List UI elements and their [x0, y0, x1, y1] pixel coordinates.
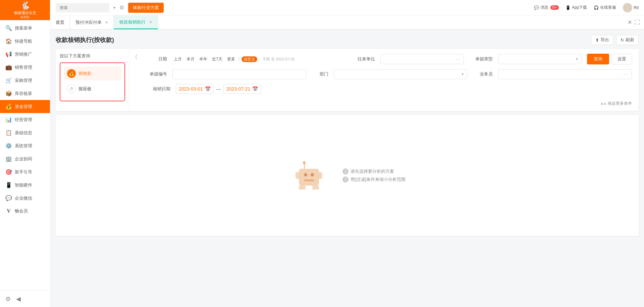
- app-logo: 🐇 畅捷通好生意 标准版: [0, 0, 50, 20]
- filter-row-3: 核销日期 2023-03-01 📅 — 2023-07-21 📅: [147, 84, 632, 94]
- user-area[interactable]: Rit: [623, 3, 639, 12]
- app-download-btn[interactable]: 📱 App下载: [566, 5, 587, 10]
- calendar-end-icon: 📅: [252, 86, 258, 92]
- sidebar-item-label: 销售管理: [15, 64, 32, 70]
- date-btn-7days[interactable]: 近7天: [211, 56, 224, 63]
- basic-info-icon: 📋: [5, 130, 12, 136]
- settings-icon[interactable]: ⚙: [5, 295, 11, 303]
- sidebar-item-vip[interactable]: V 畅会员: [0, 205, 50, 217]
- department-input-wrap: ▾: [334, 69, 468, 79]
- collapse-more-btn[interactable]: ∧∧ 收起更多条件: [147, 99, 632, 106]
- topbar-chevron-icon[interactable]: ▾: [113, 5, 115, 10]
- wechat-icon: 💬: [5, 195, 12, 201]
- sidebar-item-label: 基础信息: [15, 130, 32, 136]
- main-content: ▾ ⚙ 体验行业方案 💬 消息 99+ 📱 App下载 🎧 在线客服 Rit: [50, 0, 644, 307]
- filter-by-receipt[interactable]: 💰 按收款: [64, 66, 121, 81]
- date-btn-this-month[interactable]: 本月: [185, 56, 196, 63]
- tabs-spacer: [158, 15, 624, 29]
- bill-no-input[interactable]: [172, 69, 306, 79]
- vip-icon: V: [5, 208, 12, 214]
- refresh-label: 刷新: [626, 37, 634, 43]
- export-icon: ⬆: [595, 38, 599, 43]
- app-download-label: App下载: [572, 5, 587, 10]
- sidebar-item-label: 资金管理: [15, 104, 32, 110]
- verify-date-end[interactable]: 2023-07-21 📅: [223, 84, 261, 94]
- purchase-icon: 🛒: [5, 77, 12, 84]
- counterparty-label: 往来单位: [352, 56, 375, 62]
- sidebar-item-sys-mgmt[interactable]: ⚙️ 系统管理: [0, 139, 50, 152]
- date-custom-badge[interactable]: 自定义: [241, 56, 257, 62]
- sidebar-item-label: 畅会员: [15, 208, 28, 214]
- tab-receipt-offset[interactable]: 收款核销执行 ✕: [114, 15, 158, 29]
- online-service-icon: 🎧: [594, 5, 599, 10]
- topbar-gear-icon[interactable]: ⚙: [119, 4, 124, 11]
- date-btn-last-month[interactable]: 上月: [172, 56, 183, 63]
- department-select[interactable]: ▾: [334, 69, 468, 79]
- sidebar-item-purchase[interactable]: 🛒 采购管理: [0, 74, 50, 87]
- sidebar-item-guide[interactable]: 🎯 新手引导: [0, 165, 50, 178]
- by-receivable-icon: ⏱: [67, 85, 76, 93]
- verify-date-start[interactable]: 2023-03-01 📅: [176, 84, 214, 94]
- tab-close-all-icon[interactable]: ✕: [628, 19, 632, 25]
- topbar-right: 💬 消息 99+ 📱 App下载 🎧 在线客服 Rit: [534, 3, 639, 12]
- tab-actions: ✕ ⛶: [624, 15, 644, 29]
- refresh-btn[interactable]: ↻ 刷新: [616, 35, 639, 45]
- sidebar-item-sales[interactable]: 💼 销售管理: [0, 61, 50, 74]
- counterparty-select[interactable]: ···: [380, 54, 464, 64]
- message-btn[interactable]: 💬 消息 99+: [534, 5, 559, 10]
- tab-home[interactable]: 首页: [50, 15, 70, 29]
- collapse-more-icon: ∧∧: [600, 101, 606, 106]
- date-btn-more[interactable]: 更多: [226, 56, 236, 63]
- svg-rect-2: [318, 172, 322, 179]
- sidebar-item-search-menu[interactable]: 🔍 搜索菜单: [0, 21, 50, 35]
- sidebar-item-label: 搜索菜单: [15, 25, 32, 31]
- inventory-icon: 📦: [5, 90, 12, 97]
- bill-type-select[interactable]: ▾: [498, 54, 582, 64]
- page-title: 收款核销执行(按收款): [56, 36, 114, 44]
- sidebar-item-inventory[interactable]: 📦 库存核算: [0, 87, 50, 100]
- sidebar-item-marketing[interactable]: 📢 营销推广: [0, 48, 50, 61]
- marketing-icon: 📢: [5, 51, 12, 57]
- empty-state-icon: [289, 159, 329, 192]
- query-btn[interactable]: 查询: [587, 54, 609, 64]
- sidebar-item-label: 新手引导: [15, 169, 32, 175]
- topbar-search-input[interactable]: [56, 3, 109, 12]
- verify-date-range: 2023-03-01 📅 — 2023-07-21 📅: [176, 84, 261, 94]
- quick-nav-icon: 🏠: [5, 38, 12, 44]
- sidebar-item-wechat[interactable]: 💬 企业微信: [0, 192, 50, 205]
- collapse-icon: 《: [132, 54, 138, 61]
- empty-tip-2-text: 用[过滤]条件来缩小分析范围: [351, 176, 405, 183]
- filter-collapse-toggle[interactable]: 《: [129, 49, 140, 111]
- sidebar-item-enterprise[interactable]: 🏢 企业协同: [0, 152, 50, 165]
- sidebar-item-basic-info[interactable]: 📋 基础信息: [0, 126, 50, 139]
- sidebar-item-label: 采购管理: [15, 78, 32, 84]
- empty-tip-1-text: 请先选择要分析的方案: [351, 168, 394, 174]
- filter-row-1: 日期 上月 本月 本年 近7天 更多 | 自定义 不限 至 2023-07-26…: [147, 54, 632, 64]
- sidebar-item-operations[interactable]: 📊 经营管理: [0, 113, 50, 126]
- setting-btn[interactable]: 设置: [612, 54, 632, 64]
- filter-by-receivable[interactable]: ⏱ 按应收: [64, 82, 121, 96]
- sidebar-item-label: 企业微信: [15, 195, 32, 201]
- tab-prepay-offset[interactable]: 预付冲应付单 ✕: [70, 15, 114, 29]
- tab-receipt-close-icon[interactable]: ✕: [149, 20, 152, 24]
- search-menu-icon: 🔍: [5, 25, 12, 31]
- collapse-sidebar-icon[interactable]: ◀: [16, 295, 21, 303]
- tab-prepay-close-icon[interactable]: ✕: [105, 20, 108, 24]
- online-service-btn[interactable]: 🎧 在线客服: [594, 5, 616, 10]
- tip-num-1: 1: [342, 168, 348, 174]
- sidebar-item-capital[interactable]: 💰 资金管理: [0, 100, 50, 113]
- tab-expand-icon[interactable]: ⛶: [635, 19, 640, 25]
- date-btn-this-year[interactable]: 本年: [198, 56, 209, 63]
- export-btn[interactable]: ⬆ 导出: [591, 35, 613, 45]
- empty-tips: 1 请先选择要分析的方案 2 用[过滤]条件来缩小分析范围: [342, 168, 405, 183]
- date-sep: |: [238, 57, 239, 61]
- by-receipt-icon: 💰: [67, 69, 76, 78]
- industry-btn[interactable]: 体验行业方案: [128, 3, 164, 13]
- empty-tip-1: 1 请先选择要分析的方案: [342, 168, 405, 174]
- export-label: 导出: [600, 37, 609, 43]
- salesperson-select[interactable]: ···: [498, 69, 632, 79]
- by-receipt-label: 按收款: [78, 70, 92, 76]
- tip-num-2: 2: [342, 176, 348, 183]
- sidebar-item-quick-nav[interactable]: 🏠 快捷导航: [0, 35, 50, 48]
- sidebar-item-smart-hw[interactable]: 📱 智能硬件: [0, 178, 50, 192]
